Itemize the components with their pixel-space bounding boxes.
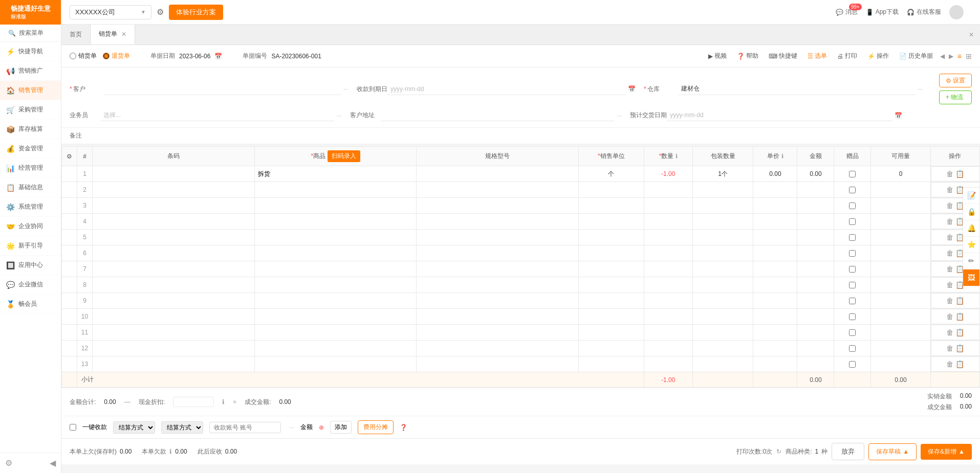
- sidebar-item-member[interactable]: 🏅 畅会员: [0, 295, 61, 314]
- sidebar-item-marketing[interactable]: 📢 营销推广: [0, 61, 61, 81]
- cell-unit[interactable]: [579, 198, 644, 214]
- cell-spec[interactable]: [417, 182, 579, 198]
- cell-product[interactable]: [254, 341, 417, 356]
- salesperson-input[interactable]: [100, 109, 335, 121]
- cell-barcode[interactable]: [93, 182, 255, 198]
- due-date-input[interactable]: [387, 83, 626, 95]
- cell-price[interactable]: [753, 230, 797, 245]
- date-calendar-icon[interactable]: 📅: [214, 53, 222, 60]
- cell-product[interactable]: [254, 277, 417, 293]
- nav-prev-icon[interactable]: ◀: [940, 53, 945, 60]
- cell-qty[interactable]: [644, 198, 692, 214]
- tab-sales-order[interactable]: 销货单 ✕: [91, 25, 135, 44]
- cell-pkg-qty[interactable]: [692, 214, 753, 230]
- cell-amount[interactable]: [797, 182, 834, 198]
- cell-amount[interactable]: [797, 261, 834, 277]
- cell-barcode[interactable]: [93, 198, 255, 214]
- warehouse-input[interactable]: [678, 83, 916, 95]
- cell-price[interactable]: [753, 293, 797, 309]
- account-input[interactable]: [209, 422, 281, 433]
- cell-product[interactable]: [254, 356, 417, 372]
- cell-amount[interactable]: [797, 356, 834, 372]
- cell-barcode[interactable]: [93, 309, 255, 325]
- salesperson-dots[interactable]: ···: [337, 112, 342, 119]
- col-settings[interactable]: ⚙: [62, 147, 77, 166]
- customer-addr-input[interactable]: [381, 109, 615, 121]
- cell-barcode[interactable]: [93, 245, 255, 261]
- select-btn[interactable]: ☰ 选单: [804, 50, 830, 62]
- cell-qty[interactable]: -1.00: [644, 166, 692, 182]
- discount-info-icon[interactable]: ℹ: [222, 398, 225, 406]
- cell-pkg-qty[interactable]: [692, 277, 753, 293]
- save-draft-button[interactable]: 保存草稿 ▲: [868, 443, 917, 460]
- copy-icon[interactable]: 📋: [955, 328, 964, 336]
- copy-icon[interactable]: 📋: [955, 344, 964, 352]
- gear-icon[interactable]: ⚙: [157, 7, 164, 17]
- sidebar-item-guide[interactable]: 🌟 新手引导: [0, 236, 61, 256]
- cell-barcode[interactable]: [93, 356, 255, 372]
- expense-help-icon[interactable]: ❓: [400, 424, 407, 431]
- float-btn-4[interactable]: ⭐: [963, 237, 979, 253]
- cell-unit[interactable]: 个: [579, 166, 644, 182]
- cell-product[interactable]: [254, 309, 417, 325]
- customer-input[interactable]: [104, 83, 341, 95]
- delete-icon[interactable]: 🗑: [946, 233, 953, 241]
- cell-pkg-qty[interactable]: [692, 182, 753, 198]
- cell-product[interactable]: [254, 245, 417, 261]
- sidebar-item-quick-nav[interactable]: ⚡ 快捷导航: [0, 42, 61, 61]
- cell-unit[interactable]: [579, 245, 644, 261]
- cell-qty[interactable]: [644, 293, 692, 309]
- cell-qty[interactable]: [644, 277, 692, 293]
- copy-icon[interactable]: 📋: [955, 170, 964, 178]
- sidebar-item-operations[interactable]: 📊 经营管理: [0, 159, 61, 178]
- settings-button[interactable]: ⚙ 设置: [939, 74, 972, 87]
- discount-input[interactable]: [173, 397, 214, 407]
- grid-view-icon[interactable]: ⊞: [966, 52, 972, 60]
- cell-unit[interactable]: [579, 230, 644, 245]
- cell-gift[interactable]: [834, 230, 871, 245]
- cell-barcode[interactable]: [93, 325, 255, 341]
- video-btn[interactable]: ▶ 视频: [705, 50, 730, 62]
- payment-method-select[interactable]: 结算方式: [113, 421, 155, 434]
- radio-sales-order[interactable]: 销货单: [70, 52, 97, 60]
- warehouse-dots[interactable]: ···: [918, 85, 923, 93]
- cell-gift[interactable]: [834, 356, 871, 372]
- cell-gift[interactable]: [834, 293, 871, 309]
- cell-product[interactable]: [254, 166, 417, 182]
- one-click-checkbox[interactable]: [70, 424, 76, 431]
- cell-spec[interactable]: [417, 198, 579, 214]
- float-btn-5[interactable]: ✏: [963, 253, 979, 269]
- cell-qty[interactable]: [644, 182, 692, 198]
- cell-amount[interactable]: [797, 245, 834, 261]
- cell-pkg-qty[interactable]: [692, 293, 753, 309]
- message-button[interactable]: 💬 消息 99+: [836, 8, 858, 16]
- cell-gift[interactable]: [834, 198, 871, 214]
- sidebar-search[interactable]: 🔍 搜索菜单: [0, 25, 61, 42]
- tab-home[interactable]: 首页: [61, 25, 91, 44]
- cell-qty[interactable]: [644, 309, 692, 325]
- app-download-button[interactable]: 📱 App下载: [866, 8, 899, 16]
- cell-spec[interactable]: [417, 309, 579, 325]
- cell-gift[interactable]: [834, 341, 871, 356]
- delete-icon[interactable]: 🗑: [946, 344, 953, 352]
- delete-icon[interactable]: 🗑: [946, 201, 953, 210]
- cell-price[interactable]: [753, 214, 797, 230]
- cell-barcode[interactable]: [93, 341, 255, 356]
- cell-price[interactable]: 0.00: [753, 166, 797, 182]
- cell-qty[interactable]: [644, 230, 692, 245]
- ops-btn[interactable]: ⚡ 操作: [864, 50, 892, 62]
- cell-gift[interactable]: [834, 166, 871, 182]
- cell-spec[interactable]: [417, 230, 579, 245]
- cell-spec[interactable]: [417, 325, 579, 341]
- cell-product[interactable]: [254, 182, 417, 198]
- addr-dots[interactable]: ···: [617, 112, 622, 119]
- cell-spec[interactable]: [417, 293, 579, 309]
- cell-unit[interactable]: [579, 325, 644, 341]
- shortcut-btn[interactable]: ⌨ 快捷键: [766, 50, 800, 62]
- cell-gift[interactable]: [834, 309, 871, 325]
- settings-icon[interactable]: ⚙: [5, 458, 12, 468]
- add-payment-button[interactable]: 添加: [330, 421, 352, 434]
- cell-unit[interactable]: [579, 261, 644, 277]
- tab-sales-close[interactable]: ✕: [121, 31, 126, 38]
- cell-qty[interactable]: [644, 325, 692, 341]
